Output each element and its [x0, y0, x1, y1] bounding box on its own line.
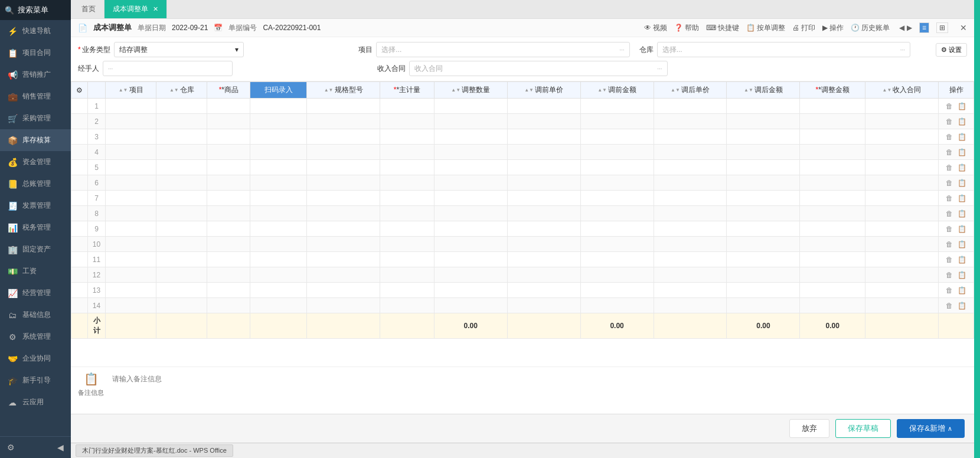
- sidebar-item-newbie[interactable]: 🎓新手引导: [0, 369, 71, 391]
- row-unit[interactable]: [380, 191, 435, 206]
- row-copy-icon[interactable]: 📋: [958, 163, 966, 172]
- row-before-price[interactable]: [507, 160, 580, 175]
- row-unit[interactable]: [380, 221, 435, 237]
- row-delete-icon[interactable]: 🗑: [946, 148, 953, 156]
- row-copy-icon[interactable]: 📋: [958, 133, 966, 141]
- row-adjust-qty[interactable]: [434, 283, 507, 298]
- row-after-amount[interactable]: [727, 175, 800, 191]
- row-adjust-amount[interactable]: [800, 252, 865, 267]
- row-unit[interactable]: [380, 298, 435, 313]
- row-adjust-qty[interactable]: [434, 237, 507, 252]
- row-adjust-amount[interactable]: [800, 221, 865, 237]
- row-unit[interactable]: [380, 237, 435, 252]
- row-delete-icon[interactable]: 🗑: [946, 240, 953, 248]
- row-project[interactable]: [106, 206, 156, 221]
- row-delete-icon[interactable]: 🗑: [946, 133, 953, 141]
- row-spec[interactable]: [307, 298, 380, 313]
- row-project[interactable]: [106, 221, 156, 237]
- row-after-price[interactable]: [654, 252, 727, 267]
- row-unit[interactable]: [380, 129, 435, 145]
- row-adjust-amount[interactable]: [800, 145, 865, 160]
- row-before-price[interactable]: [507, 191, 580, 206]
- settings-icon[interactable]: ⚙: [7, 443, 15, 452]
- row-income-contract[interactable]: [865, 206, 938, 221]
- tab-close-cost-adjust[interactable]: ✕: [153, 5, 158, 13]
- nav-next-btn[interactable]: ▶: [907, 24, 912, 32]
- row-warehouse[interactable]: [156, 298, 207, 313]
- col-goods[interactable]: **商品: [207, 82, 250, 99]
- row-unit[interactable]: [380, 99, 435, 114]
- row-adjust-amount[interactable]: [800, 129, 865, 145]
- sidebar-item-ledger[interactable]: 📒总账管理: [0, 173, 71, 195]
- row-after-amount[interactable]: [727, 267, 800, 283]
- row-project[interactable]: [106, 267, 156, 283]
- row-adjust-amount[interactable]: [800, 160, 865, 175]
- row-after-amount[interactable]: [727, 145, 800, 160]
- row-after-price[interactable]: [654, 129, 727, 145]
- row-spec[interactable]: [307, 221, 380, 237]
- income-contract-input[interactable]: 收入合同 ···: [409, 61, 667, 76]
- row-unit[interactable]: [380, 267, 435, 283]
- shortcut-btn[interactable]: ⌨ 快捷键: [706, 23, 739, 33]
- row-income-contract[interactable]: [865, 221, 938, 237]
- row-project[interactable]: [106, 298, 156, 313]
- row-goods[interactable]: [207, 114, 250, 129]
- row-scan[interactable]: [250, 191, 307, 206]
- row-before-price[interactable]: [507, 114, 580, 129]
- row-after-amount[interactable]: [727, 160, 800, 175]
- row-copy-icon[interactable]: 📋: [958, 102, 966, 110]
- row-before-price[interactable]: [507, 99, 580, 114]
- row-copy-icon[interactable]: 📋: [958, 225, 966, 233]
- row-warehouse[interactable]: [156, 160, 207, 175]
- row-unit[interactable]: [380, 283, 435, 298]
- row-adjust-qty[interactable]: [434, 267, 507, 283]
- sidebar-item-inventory[interactable]: 📦库存核算: [0, 129, 71, 151]
- row-after-price[interactable]: [654, 221, 727, 237]
- row-spec[interactable]: [307, 160, 380, 175]
- sidebar-search[interactable]: 🔍 搜索菜单: [0, 0, 71, 20]
- row-before-amount[interactable]: [580, 160, 654, 175]
- row-before-price[interactable]: [507, 237, 580, 252]
- row-warehouse[interactable]: [156, 221, 207, 237]
- row-income-contract[interactable]: [865, 160, 938, 175]
- row-warehouse[interactable]: [156, 175, 207, 191]
- col-project[interactable]: ▲▼项目: [106, 82, 156, 99]
- row-copy-icon[interactable]: 📋: [958, 271, 966, 279]
- row-warehouse[interactable]: [156, 114, 207, 129]
- row-spec[interactable]: [307, 237, 380, 252]
- row-before-price[interactable]: [507, 252, 580, 267]
- col-unit[interactable]: **主计量: [380, 82, 435, 99]
- sidebar-item-enterprise[interactable]: 🤝企业协同: [0, 348, 71, 369]
- row-after-amount[interactable]: [727, 129, 800, 145]
- sidebar-item-system[interactable]: ⚙系统管理: [0, 326, 71, 348]
- row-copy-icon[interactable]: 📋: [958, 240, 966, 248]
- col-after-amount[interactable]: ▲▼调后金额: [727, 82, 800, 99]
- row-before-price[interactable]: [507, 145, 580, 160]
- row-after-price[interactable]: [654, 298, 727, 313]
- col-spec[interactable]: ▲▼规格型号: [307, 82, 380, 99]
- project-input[interactable]: 选择... ···: [376, 42, 629, 57]
- row-scan[interactable]: [250, 160, 307, 175]
- row-scan[interactable]: [250, 99, 307, 114]
- operate-btn[interactable]: ▶ 操作: [822, 23, 844, 33]
- row-spec[interactable]: [307, 206, 380, 221]
- row-project[interactable]: [106, 99, 156, 114]
- date-edit-icon[interactable]: 📅: [214, 24, 223, 32]
- sidebar-item-invoice[interactable]: 🧾发票管理: [0, 195, 71, 217]
- row-copy-icon[interactable]: 📋: [958, 179, 966, 187]
- row-income-contract[interactable]: [865, 298, 938, 313]
- row-scan[interactable]: [250, 114, 307, 129]
- row-goods[interactable]: [207, 129, 250, 145]
- row-spec[interactable]: [307, 129, 380, 145]
- row-income-contract[interactable]: [865, 145, 938, 160]
- col-adjust-amount[interactable]: **调整金额: [800, 82, 865, 99]
- row-project[interactable]: [106, 114, 156, 129]
- row-after-amount[interactable]: [727, 221, 800, 237]
- row-spec[interactable]: [307, 267, 380, 283]
- row-before-amount[interactable]: [580, 114, 654, 129]
- row-adjust-qty[interactable]: [434, 206, 507, 221]
- row-goods[interactable]: [207, 298, 250, 313]
- row-unit[interactable]: [380, 114, 435, 129]
- row-after-price[interactable]: [654, 191, 727, 206]
- bill-manage-btn[interactable]: 📋 按单调整: [746, 23, 785, 33]
